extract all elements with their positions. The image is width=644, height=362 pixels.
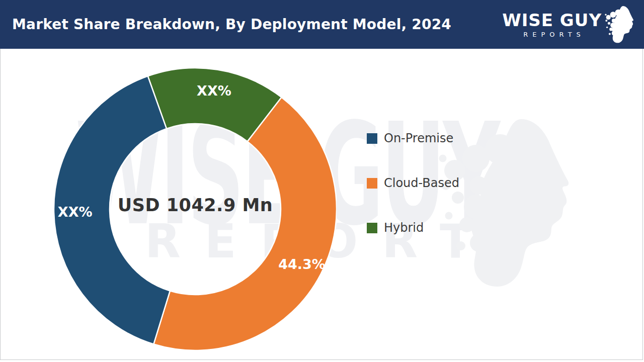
logo-wordmark: WISE GUY bbox=[502, 12, 602, 29]
segment-label-hybrid: XX% bbox=[197, 83, 231, 99]
legend-item-cloud-based[interactable]: Cloud-Based bbox=[367, 174, 459, 192]
legend-swatch-on-premise bbox=[367, 133, 377, 144]
legend-item-hybrid[interactable]: Hybrid bbox=[367, 219, 459, 236]
legend-label: Hybrid bbox=[384, 219, 424, 236]
wiseguy-face-icon bbox=[604, 5, 637, 45]
wiseguy-logo: WISE GUY REPORTS bbox=[502, 5, 637, 45]
segment-label-on-premise: XX% bbox=[58, 204, 93, 220]
legend-label: Cloud-Based bbox=[384, 174, 459, 192]
legend-item-on-premise[interactable]: On-Premise bbox=[367, 130, 459, 147]
legend-swatch-cloud-based bbox=[367, 178, 377, 189]
segment-label-cloud-based: 44.3% bbox=[278, 256, 326, 272]
legend-label: On-Premise bbox=[384, 130, 453, 147]
logo-subtitle: REPORTS bbox=[519, 31, 585, 38]
legend-swatch-hybrid bbox=[367, 223, 377, 233]
chart-legend: On-Premise Cloud-Based Hybrid bbox=[367, 130, 459, 264]
page-title: Market Share Breakdown, By Deployment Mo… bbox=[12, 16, 451, 33]
header-bar: Market Share Breakdown, By Deployment Mo… bbox=[0, 0, 644, 49]
page: Market Share Breakdown, By Deployment Mo… bbox=[0, 0, 644, 362]
donut-center-value: USD 1042.9 Mn bbox=[95, 195, 296, 215]
